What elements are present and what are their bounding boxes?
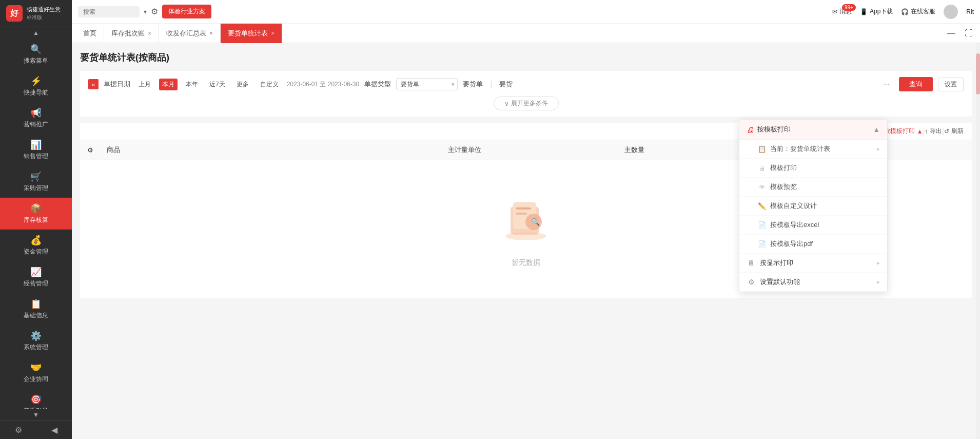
dropdown-collapse-btn[interactable]: ▲: [873, 125, 880, 133]
th-gear[interactable]: ⚙: [80, 146, 101, 154]
dropdown-display-print[interactable]: 🖥 按显示打印 ▸: [739, 254, 887, 273]
filter-card: « 单据日期 上月 本月 本年 近7天 更多 自定义 2023-06-01 至 …: [80, 71, 972, 117]
industry-btn[interactable]: 体验行业方案: [162, 5, 211, 18]
tab-receipt-summary-close[interactable]: ×: [209, 30, 213, 37]
export-btn[interactable]: ↑ 导出: [925, 127, 942, 136]
topbar: ▾ ⚙ 体验行业方案 ✉ 消息 99+ 📱 App下载 🎧 在线客服 Rit: [72, 0, 980, 24]
sidebar-item-enterprise[interactable]: 🤝 企业协同: [0, 357, 72, 389]
type-select-wrapper: 要货单: [396, 78, 458, 90]
sidebar-item-shortcut[interactable]: ⚡ 快捷导航: [0, 70, 72, 102]
type-select[interactable]: 要货单: [396, 78, 458, 90]
refresh-btn[interactable]: ↺ 刷新: [944, 127, 964, 136]
query-btn[interactable]: 查询: [899, 77, 933, 91]
purchase-icon: 🛒: [30, 171, 42, 182]
dropdown-title: 按模板打印: [757, 125, 791, 134]
sidebar-item-inventory[interactable]: 📦 库存核算: [0, 198, 72, 230]
export-excel-label: 按模板导出excel: [770, 220, 819, 230]
finance-icon: 💰: [30, 235, 42, 246]
dropdown-template-custom[interactable]: ✏️ 模板自定义设计: [739, 197, 887, 216]
date-prev-month-btn[interactable]: 上月: [135, 79, 154, 90]
expand-conditions-btn[interactable]: ∨ 展开更多条件: [494, 97, 559, 110]
date-current-year-btn[interactable]: 本年: [183, 79, 201, 90]
message-btn[interactable]: ✉ 消息 99+: [832, 7, 852, 16]
default-icon: ⚙: [747, 278, 756, 286]
preview-icon: 👁: [758, 183, 766, 191]
tab-home[interactable]: 首页: [76, 24, 104, 43]
logo-icon: 好: [6, 5, 23, 22]
filter-expand-btn[interactable]: «: [88, 79, 99, 89]
online-service-btn[interactable]: 🎧 在线客服: [901, 7, 935, 16]
sidebar-item-label: 系统管理: [24, 343, 48, 352]
collapse-btn[interactable]: ◀: [51, 425, 57, 435]
dropdown-set-default[interactable]: ⚙ 设置默认功能 ▸: [739, 273, 887, 292]
dropdown-template-print[interactable]: 🖨 模板打印: [739, 159, 887, 178]
svg-rect-4: [516, 213, 527, 215]
print-icon: 🖨: [758, 164, 766, 172]
sidebar-item-label: 快捷导航: [24, 88, 48, 97]
excel-icon: 📄: [758, 221, 766, 229]
template-preview-label: 模板预览: [770, 182, 797, 192]
sidebar-item-finance[interactable]: 💰 资金管理: [0, 230, 72, 261]
shortcut-icon: ⚡: [30, 75, 42, 87]
filter-settings-btn[interactable]: 设置: [938, 78, 964, 91]
date-custom-btn[interactable]: 自定义: [257, 79, 282, 90]
right-scrollbar[interactable]: [976, 43, 980, 439]
system-icon: ⚙️: [30, 330, 42, 341]
date-more-btn[interactable]: 更多: [233, 79, 252, 90]
search-dropdown-btn[interactable]: ▾: [144, 8, 147, 15]
sidebar-item-label: 新手引导: [24, 407, 48, 409]
sidebar-item-label: 销售管理: [24, 152, 48, 161]
pdf-icon: 📄: [758, 240, 766, 248]
phone-icon: 📱: [860, 8, 868, 15]
th-product: 商品: [101, 145, 442, 155]
sidebar-item-basics[interactable]: 📋 基础信息: [0, 293, 72, 325]
dropdown-menu: 🖨 按模板打印 ▲ 📋 当前：要货单统计表 ▸ 🖨 模板打印 👁 模板预览: [739, 119, 888, 292]
dropdown-header-left: 🖨 按模板打印: [747, 125, 791, 134]
sidebar-scroll-up[interactable]: ▲: [0, 27, 72, 39]
enterprise-icon: 🤝: [30, 362, 42, 373]
export-pdf-label: 按模板导出pdf: [770, 239, 813, 249]
sidebar-nav: 🔍 搜索菜单 ⚡ 快捷导航 📢 营销推广 📊 销售管理 🛒 采购管理 📦 库存核…: [0, 39, 72, 409]
sidebar-item-search[interactable]: 🔍 搜索菜单: [0, 39, 72, 70]
filter-row: « 单据日期 上月 本月 本年 近7天 更多 自定义 2023-06-01 至 …: [88, 77, 964, 91]
scrollbar-thumb[interactable]: [976, 53, 980, 94]
message-icon: ✉: [832, 8, 837, 15]
sales-icon: 📊: [30, 139, 42, 150]
page-title: 要货单统计表(按商品): [80, 51, 972, 64]
sidebar-item-marketing[interactable]: 📢 营销推广: [0, 102, 72, 134]
sidebar-item-label: 资金管理: [24, 247, 48, 256]
tab-inventory-batch[interactable]: 库存批次账 ×: [104, 24, 159, 43]
sidebar-item-sales[interactable]: 📊 销售管理: [0, 134, 72, 166]
tab-order-stats-close[interactable]: ×: [271, 30, 275, 37]
empty-text: 暂无数据: [512, 258, 540, 268]
date-7days-btn[interactable]: 近7天: [206, 79, 228, 90]
tab-inventory-batch-close[interactable]: ×: [148, 30, 151, 37]
export-label: 导出: [930, 127, 942, 136]
minimize-btn[interactable]: —: [944, 28, 958, 39]
operations-icon: 📈: [30, 266, 42, 278]
topbar-gear-btn[interactable]: ⚙: [151, 7, 158, 16]
dropdown-export-pdf[interactable]: 📄 按模板导出pdf: [739, 235, 887, 254]
sidebar-item-newbie[interactable]: 🎯 新手引导: [0, 389, 72, 409]
sidebar-scroll-down[interactable]: ▼: [0, 409, 72, 421]
filter-dots[interactable]: ···: [883, 80, 890, 89]
sidebar-item-operations[interactable]: 📈 经营管理: [0, 261, 72, 293]
topbar-right: ✉ 消息 99+ 📱 App下载 🎧 在线客服 Rit: [832, 5, 974, 19]
sidebar-item-purchase[interactable]: 🛒 采购管理: [0, 166, 72, 198]
dropdown-current-template[interactable]: 📋 当前：要货单统计表 ▸: [739, 140, 887, 159]
tabs-bar: 首页 库存批次账 × 收发存汇总表 × 要货单统计表 × — ⛶: [72, 24, 980, 43]
sidebar-item-system[interactable]: ⚙️ 系统管理: [0, 325, 72, 357]
dropdown-export-excel[interactable]: 📄 按模板导出excel: [739, 216, 887, 235]
template-print-label: 模板打印: [770, 163, 797, 173]
search-input[interactable]: [78, 6, 140, 17]
tab-order-stats[interactable]: 要货单统计表 ×: [221, 24, 282, 43]
tab-receipt-summary[interactable]: 收发存汇总表 ×: [159, 24, 221, 43]
restore-btn[interactable]: ⛶: [962, 28, 976, 39]
settings-bottom-btn[interactable]: ⚙: [15, 425, 22, 435]
dropdown-template-preview[interactable]: 👁 模板预览: [739, 178, 887, 197]
search-icon: 🔍: [30, 44, 42, 55]
date-current-month-btn[interactable]: 本月: [159, 79, 178, 90]
set-default-label: 设置默认功能: [760, 277, 800, 287]
app-download-btn[interactable]: 📱 App下载: [860, 7, 893, 16]
avatar[interactable]: [944, 5, 958, 19]
